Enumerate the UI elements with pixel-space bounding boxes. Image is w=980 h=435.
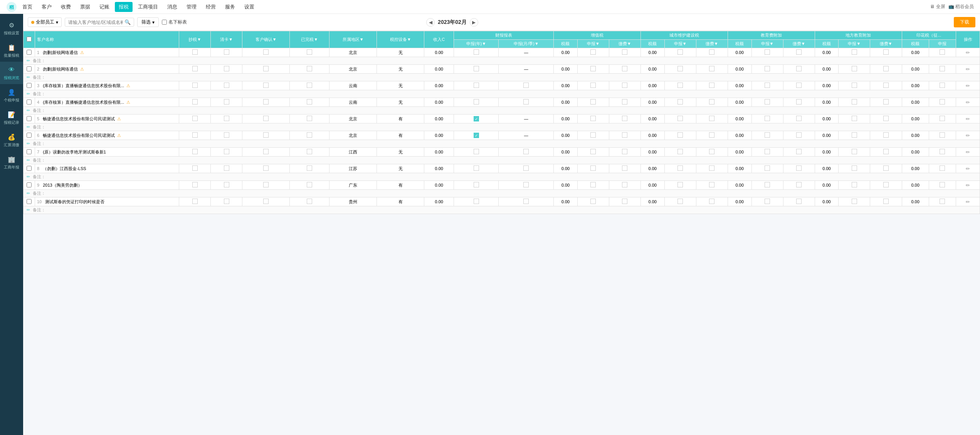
table-container[interactable]: 客户名称 抄税▼ 清卡▼ 客户确认▼ 已完税▼ 所属地区▼ 税控设备▼ 收入C … [23,31,980,435]
nav-item-customer[interactable]: 客户 [38,2,55,12]
jy-shen-checkbox[interactable] [765,99,770,105]
name-checkbox[interactable] [162,20,167,25]
df-jiao-checkbox[interactable] [883,199,889,204]
zz-jiao-checkbox[interactable] [622,116,627,121]
nav-item-operation[interactable]: 经营 [202,2,220,12]
row-checkbox-7[interactable] [27,166,32,171]
df-jiao-checkbox[interactable] [883,116,889,121]
qingka-checkbox[interactable] [224,199,229,204]
cs-shen-checkbox[interactable] [677,116,683,121]
chaoshui-checkbox[interactable] [192,116,198,121]
checkbox-label[interactable]: 名下标表 [162,19,187,25]
fullscreen-btn[interactable]: 🖥 全屏 [930,3,945,10]
jy-jiao-checkbox[interactable] [796,132,802,138]
jy-jiao-checkbox[interactable] [796,165,802,171]
note-edit-icon[interactable]: ✏ [27,141,30,146]
qingka-checkbox[interactable] [224,49,229,55]
yiwanshui-checkbox[interactable] [307,132,312,138]
zz-jiao-checkbox[interactable] [622,99,627,105]
cs-shen-checkbox[interactable] [677,165,683,171]
qingka-checkbox[interactable] [224,116,229,121]
sidebar-item-batch-tax[interactable]: 📋 批量报税 [0,39,23,62]
nav-item-bookkeeping[interactable]: 记账 [96,2,113,12]
sidebar-item-tax-browse[interactable]: 👁 报税浏览 [0,62,23,84]
note-edit-icon[interactable]: ✏ [27,174,30,179]
caibao-month-checkbox[interactable] [523,149,529,154]
cs-jiao-checkbox[interactable] [709,49,714,55]
kehu-confirm-checkbox[interactable] [263,165,269,171]
chaoshui-checkbox[interactable] [192,132,198,138]
zz-shen-checkbox[interactable] [590,199,596,204]
yiwanshui-checkbox[interactable] [307,99,312,105]
cs-shen-checkbox[interactable] [677,199,683,204]
edit-icon[interactable]: ✏ [966,50,970,56]
member-btn[interactable]: 📺 稻谷会员 [948,3,974,10]
sidebar-item-tax-record[interactable]: 📝 报税记录 [0,106,23,129]
df-shen-checkbox[interactable] [852,132,857,138]
df-shen-checkbox[interactable] [852,165,857,171]
yiwanshui-checkbox[interactable] [307,199,312,204]
kehu-confirm-checkbox[interactable] [263,116,269,121]
yiwanshui-checkbox[interactable] [307,49,312,55]
row-checkbox-3[interactable] [27,99,32,105]
jy-jiao-checkbox[interactable] [796,199,802,204]
note-edit-icon[interactable]: ✏ [27,75,30,79]
cs-jiao-checkbox[interactable] [709,116,714,121]
edit-icon[interactable]: ✏ [966,133,970,138]
yiwanshui-checkbox[interactable] [307,149,312,154]
chaoshui-checkbox[interactable] [192,99,198,105]
yh-shen-checkbox[interactable] [940,83,945,88]
chaoshui-checkbox[interactable] [192,165,198,171]
yiwanshui-checkbox[interactable] [307,116,312,121]
df-shen-checkbox[interactable] [852,149,857,154]
yh-shen-checkbox[interactable] [940,182,945,187]
chaoshui-checkbox[interactable] [192,149,198,154]
df-shen-checkbox[interactable] [852,83,857,88]
note-edit-icon[interactable]: ✏ [27,58,30,63]
caibao-year-checkbox[interactable] [474,66,479,71]
jy-jiao-checkbox[interactable] [796,49,802,55]
nav-item-settings[interactable]: 设置 [240,2,258,12]
df-shen-checkbox[interactable] [852,99,857,105]
yh-shen-checkbox[interactable] [940,49,945,55]
df-jiao-checkbox[interactable] [883,83,889,88]
caibao-month-checkbox[interactable] [523,165,529,171]
download-button[interactable]: 下载 [954,17,975,27]
edit-icon[interactable]: ✏ [966,149,970,155]
df-shen-checkbox[interactable] [852,49,857,55]
chaoshui-checkbox[interactable] [192,49,198,55]
jy-shen-checkbox[interactable] [765,49,770,55]
nav-item-tax[interactable]: 报税 [115,2,133,12]
zz-shen-checkbox[interactable] [590,83,596,88]
df-jiao-checkbox[interactable] [883,149,889,154]
df-jiao-checkbox[interactable] [883,49,889,55]
jy-shen-checkbox[interactable] [765,83,770,88]
edit-icon[interactable]: ✏ [966,182,970,188]
caibao-year-checkbox[interactable] [474,49,479,55]
yiwanshui-checkbox[interactable] [307,182,312,187]
row-checkbox-2[interactable] [27,83,32,88]
cs-shen-checkbox[interactable] [677,132,683,138]
zz-shen-checkbox[interactable] [590,99,596,105]
row-checkbox-5[interactable] [27,133,32,138]
caibao-month-checkbox[interactable] [523,182,529,187]
df-jiao-checkbox[interactable] [883,99,889,105]
df-jiao-checkbox[interactable] [883,132,889,138]
jy-jiao-checkbox[interactable] [796,116,802,121]
zz-jiao-checkbox[interactable] [622,49,627,55]
cs-shen-checkbox[interactable] [677,182,683,187]
zz-jiao-checkbox[interactable] [622,165,627,171]
teal-check[interactable]: ✓ [474,116,479,121]
df-shen-checkbox[interactable] [852,182,857,187]
zz-shen-checkbox[interactable] [590,116,596,121]
yiwanshui-checkbox[interactable] [307,66,312,71]
jy-shen-checkbox[interactable] [765,182,770,187]
yh-shen-checkbox[interactable] [940,66,945,71]
qingka-checkbox[interactable] [224,66,229,71]
zz-shen-checkbox[interactable] [590,66,596,71]
sidebar-item-tax-settings[interactable]: ⚙ 报税设置 [0,17,23,39]
sidebar-item-annual-report[interactable]: 🏢 工商年报 [0,151,23,174]
cs-shen-checkbox[interactable] [677,66,683,71]
zz-jiao-checkbox[interactable] [622,149,627,154]
qingka-checkbox[interactable] [224,99,229,105]
